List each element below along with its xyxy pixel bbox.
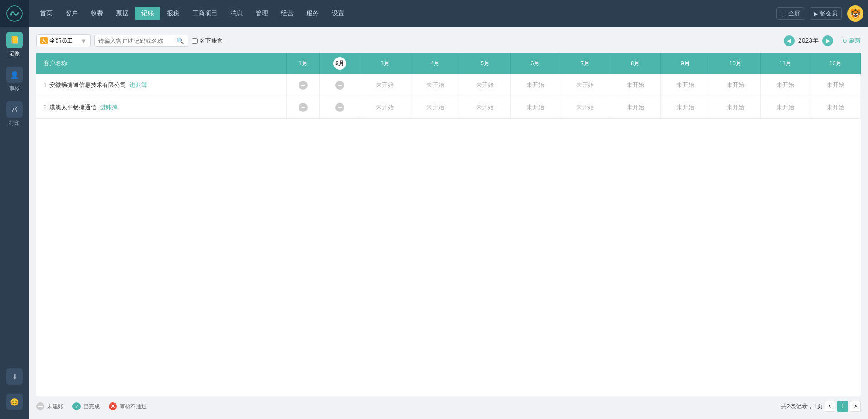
col-dec: 12月 [810,53,861,74]
status-not-started: 未开始 [426,104,444,111]
fullscreen-icon: ⛶ [781,10,786,17]
table-header-row: 客户名称 1月 2月 3月 4月 5月 6月 7月 8月 9月 10月 11月 … [36,53,861,74]
status-not-started: 未开始 [627,104,644,111]
month-cell-10: 未开始 [710,74,760,96]
search-button[interactable]: 🔍 [176,37,184,44]
month-cell-5: 未开始 [460,74,510,96]
nav-ops[interactable]: 经营 [275,7,300,20]
legend-completed: ✓ 已完成 [72,402,100,410]
month-cell-4: 未开始 [410,74,460,96]
status-not-started: 未开始 [576,82,594,88]
my-account-checkbox[interactable] [192,38,198,44]
nav-right: ⛶ 全屏 ▶ 畅会员 🐯 [776,5,863,22]
month-cell-7: 未开始 [560,96,610,119]
nav-settings[interactable]: 设置 [325,7,351,20]
enter-link[interactable]: 进账簿 [100,104,118,111]
sidebar-item-bookkeeping[interactable]: 📒 记账 [0,27,29,62]
employee-select[interactable]: 人 全部员工 ▼ [36,34,91,47]
col-feb: 2月 [320,53,360,74]
search-input[interactable] [98,38,174,44]
legend-rejected-label: 审核不通过 [120,403,147,410]
month-cell-8: 未开始 [610,74,660,96]
current-month-badge: 2月 [333,57,346,70]
sidebar-item-download[interactable]: ⬇ [0,364,29,389]
row-index: 2 [43,104,47,111]
employee-icon: 人 [40,37,48,44]
sidebar-item-audit-label: 审核 [9,85,20,92]
month-cell-8: 未开始 [610,96,660,119]
next-year-button[interactable]: ▶ [822,35,833,46]
month-cell-6: 未开始 [510,74,560,96]
month-cell-5: 未开始 [460,96,510,119]
fullscreen-button[interactable]: ⛶ 全屏 [776,7,804,20]
nav-invoice[interactable]: 票据 [110,7,135,20]
status-not-started: 未开始 [676,82,694,88]
col-nov: 11月 [760,53,810,74]
client-cell: 2漠澳太平畅捷通信进账簿 [36,96,286,119]
sidebar-item-bookkeeping-label: 记账 [9,50,20,58]
download-icon: ⬇ [6,368,23,385]
nav-tax[interactable]: 报税 [160,7,186,20]
refresh-icon: ↻ [842,38,847,44]
status-not-started: 未开始 [526,104,544,111]
page-1-button[interactable]: 1 [837,401,848,412]
status-not-started: 未开始 [576,104,594,111]
nav-manage[interactable]: 管理 [249,7,275,20]
status-dash: – [335,81,344,90]
bookkeeping-icon: 📒 [6,32,23,48]
avatar[interactable]: 🐯 [847,5,863,22]
row-index: 1 [43,82,47,88]
vip-button[interactable]: ▶ 畅会员 [810,7,842,20]
enter-link[interactable]: 进账簿 [130,82,147,88]
col-jan: 1月 [286,53,319,74]
col-aug: 8月 [610,53,660,74]
footer: — 未建账 ✓ 已完成 ✕ 审核不通过 共2条记录，1页 < 1 > [36,396,861,412]
vip-icon: ▶ [814,10,818,17]
month-cell-1: – [286,96,319,119]
month-cell-6: 未开始 [510,96,560,119]
legend-not-built-label: 未建账 [47,403,63,410]
status-dash: – [299,81,308,90]
status-not-started: 未开始 [727,104,744,111]
sidebar-item-user2[interactable]: 😊 [0,389,29,414]
col-mar: 3月 [360,53,410,74]
user2-icon: 😊 [6,394,23,410]
refresh-button[interactable]: ↻ 刷新 [842,37,861,45]
sidebar-item-audit[interactable]: 👤 审核 [0,62,29,97]
fullscreen-label: 全屏 [788,10,800,18]
content-area: 人 全部员工 ▼ 🔍 名下账套 ◀ 2023年 ▶ ↻ 刷新 [29,27,868,419]
status-not-started: 未开始 [426,82,444,88]
legend-rejected: ✕ 审核不通过 [109,402,147,410]
nav-message[interactable]: 消息 [224,7,249,20]
month-cell-1: – [286,74,319,96]
avatar-icon: 🐯 [850,8,861,19]
nav-bizitems[interactable]: 工商项目 [186,7,224,20]
status-not-started: 未开始 [376,82,394,88]
status-dash: – [299,103,308,112]
status-not-started: 未开始 [526,82,544,88]
nav-client[interactable]: 客户 [59,7,84,20]
year-display: 2023年 [798,37,819,45]
sidebar-item-print-label: 打印 [9,120,20,127]
my-account-checkbox-label[interactable]: 名下账套 [192,37,223,45]
status-not-started: 未开始 [776,82,794,88]
status-dash: – [335,103,344,112]
nav-bookkeeping[interactable]: 记账 [135,7,160,20]
sidebar-item-print[interactable]: 🖨 打印 [0,97,29,132]
print-icon: 🖨 [6,101,23,118]
prev-page-button[interactable]: < [825,401,835,412]
status-not-started: 未开始 [827,82,844,88]
nav-fees[interactable]: 收费 [84,7,110,20]
sidebar: 📒 记账 👤 审核 🖨 打印 ⬇ 😊 [0,0,29,419]
prev-year-button[interactable]: ◀ [784,35,795,46]
search-box: 🔍 [94,35,188,47]
toolbar: 人 全部员工 ▼ 🔍 名下账套 ◀ 2023年 ▶ ↻ 刷新 [36,34,861,47]
audit-icon: 👤 [6,67,23,83]
nav-home[interactable]: 首页 [34,7,59,20]
month-cell-3: 未开始 [360,96,410,119]
table-row: 2漠澳太平畅捷通信进账簿––未开始未开始未开始未开始未开始未开始未开始未开始未开… [36,96,861,119]
nav-service[interactable]: 服务 [300,7,325,20]
col-client-name: 客户名称 [36,53,286,74]
legend-red-dot: ✕ [109,402,117,410]
next-page-button[interactable]: > [850,401,861,412]
